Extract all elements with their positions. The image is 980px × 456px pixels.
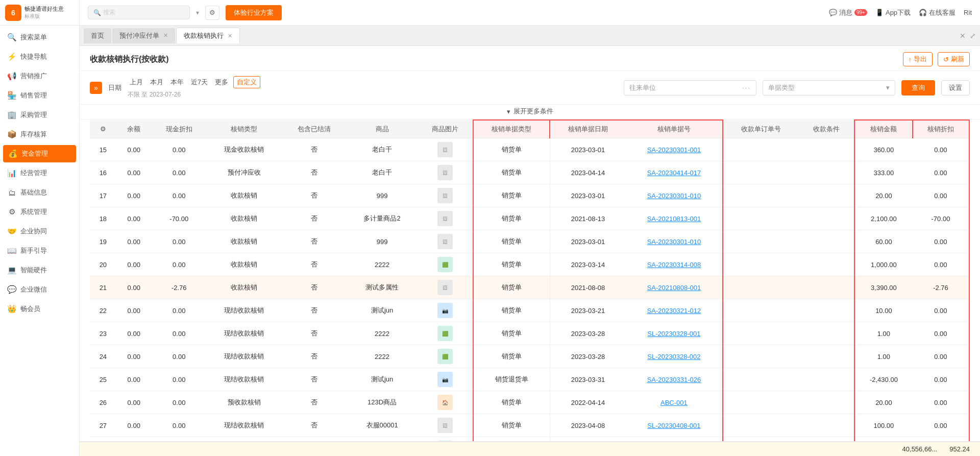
cell-bill-report-no[interactable]: SA-20230414-017 xyxy=(626,161,723,184)
refresh-btn[interactable]: ↺ 刷新 xyxy=(938,52,970,66)
th-settings[interactable]: ⚙ xyxy=(90,120,116,138)
refresh-icon: ↺ xyxy=(943,56,949,63)
cell-cash-discount: -70.00 xyxy=(152,207,207,230)
purchase-icon: 🏢 xyxy=(7,110,16,119)
tabs-controls: ✕ ⤢ xyxy=(960,32,976,40)
sidebar-item-label: 销售管理 xyxy=(20,91,47,100)
export-btn[interactable]: ↑ 导出 xyxy=(903,52,933,66)
filter-expand-btn[interactable]: » xyxy=(90,82,102,94)
tab-prepay-close[interactable]: ✕ xyxy=(163,32,168,39)
topbar-search[interactable]: 🔍 搜索 xyxy=(88,6,190,19)
cell-balance: 0.00 xyxy=(116,414,152,437)
cell-bill-report-no[interactable]: SA-20210813-001 xyxy=(626,207,723,230)
cell-bill-report-date: 2023-03-21 xyxy=(550,299,626,322)
cell-write-off-discount: 0.00 xyxy=(913,230,969,253)
cell-bill-report-no[interactable]: SA-20230301-010 xyxy=(626,230,723,253)
product-img: 🖼 xyxy=(437,280,453,295)
sidebar-item-inventory[interactable]: 📦库存核算 xyxy=(0,125,79,144)
sidebar-item-basic[interactable]: 🗂基础信息 xyxy=(0,183,79,202)
cell-bill-report-no[interactable]: SA-20230301-010 xyxy=(626,184,723,207)
brand-sub: 标准版 xyxy=(24,13,64,20)
sidebar-item-finance[interactable]: 💰资金管理 xyxy=(3,145,76,162)
sidebar-item-label: 企业微信 xyxy=(20,285,47,294)
cell-balance: 0.00 xyxy=(116,276,152,299)
cell-id: 18 xyxy=(90,207,116,230)
query-btn[interactable]: 查询 xyxy=(901,80,935,95)
cell-bill-report-no[interactable]: SL-20230408-001 xyxy=(626,414,723,437)
cell-goods: 老白干 xyxy=(347,161,417,184)
settings-btn[interactable]: 设置 xyxy=(941,80,970,95)
tab-prepay-label: 预付冲应付单 xyxy=(119,31,159,40)
cell-bill-report-type: 销货单 xyxy=(473,184,550,207)
app-download-label: App下载 xyxy=(886,8,911,17)
cell-bill-report-no[interactable]: SA-20230314-008 xyxy=(626,253,723,276)
cell-bill-report-no[interactable]: SL-20230328-001 xyxy=(626,322,723,345)
cell-goods-img: 📷 xyxy=(418,368,474,391)
message-btn[interactable]: 💬 消息 99+ xyxy=(829,8,867,17)
expand-more-btn[interactable]: ▾ 展开更多条件 xyxy=(90,107,970,116)
cell-receipt-order-no xyxy=(723,299,799,322)
online-service-btn[interactable]: 🎧 在线客服 xyxy=(919,8,955,17)
cell-write-off-type: 预收款核销 xyxy=(207,391,282,414)
cell-bill-report-no[interactable]: ABC-001 xyxy=(626,391,723,414)
topbar-dropdown-arrow[interactable]: ▾ xyxy=(196,9,199,16)
cell-cash-discount: 0.00 xyxy=(152,299,207,322)
sidebar-item-sales[interactable]: 🏪销售管理 xyxy=(0,86,79,105)
date-last-month[interactable]: 上月 xyxy=(128,77,145,88)
cell-included-settled: 否 xyxy=(282,437,347,442)
cell-write-off-amount: 60.00 xyxy=(854,230,913,253)
date-this-year[interactable]: 本年 xyxy=(168,77,186,88)
cell-bill-report-no[interactable]: SA-20210808-001 xyxy=(626,276,723,299)
product-img: 📷 xyxy=(437,372,453,387)
sidebar-item-enterprise[interactable]: 🤝企业协同 xyxy=(0,222,79,241)
user-name[interactable]: Rit xyxy=(964,9,972,16)
date-7days[interactable]: 近7天 xyxy=(189,77,210,88)
search-placeholder: 搜索 xyxy=(103,8,115,17)
tab-receipt[interactable]: 收款核销执行 ✕ xyxy=(176,28,240,43)
topbar: 🔍 搜索 ▾ ⚙ 体验行业方案 💬 消息 99+ 📱 App下载 🎧 在线客服 … xyxy=(80,0,980,26)
sidebar-item-hardware[interactable]: 💻智能硬件 xyxy=(0,260,79,280)
date-this-month[interactable]: 本月 xyxy=(148,77,165,88)
sidebar-item-member[interactable]: 👑畅会员 xyxy=(0,299,79,319)
app-download-btn[interactable]: 📱 App下载 xyxy=(875,8,911,17)
tab-maximize-btn[interactable]: ⤢ xyxy=(970,32,976,40)
partner-select[interactable]: 往来单位 ··· xyxy=(624,80,756,95)
cell-receipt-cond xyxy=(798,138,854,161)
cell-bill-report-no[interactable]: SL-20230418-001 xyxy=(626,437,723,442)
date-custom[interactable]: 自定义 xyxy=(233,76,260,88)
product-img: 🖼 xyxy=(437,418,453,433)
cell-goods-img: 🟩 xyxy=(418,253,474,276)
cell-bill-report-no[interactable]: SA-20230321-012 xyxy=(626,299,723,322)
cell-id: 15 xyxy=(90,138,116,161)
date-more[interactable]: 更多 xyxy=(213,77,230,88)
gear-icon: ⚙ xyxy=(209,9,215,16)
sidebar-item-wechat[interactable]: 💬企业微信 xyxy=(0,280,79,299)
cell-bill-report-no[interactable]: SL-20230328-002 xyxy=(626,345,723,368)
cell-bill-report-date: 2021-08-13 xyxy=(550,207,626,230)
bill-type-select[interactable]: 单据类型 ▾ xyxy=(763,80,895,95)
sidebar-item-business[interactable]: 📊经营管理 xyxy=(0,163,79,183)
cell-cash-discount: 0.00 xyxy=(152,253,207,276)
industry-solution-btn[interactable]: 体验行业方案 xyxy=(226,5,282,20)
th-cash-discount: 现金折扣 xyxy=(152,120,207,138)
sidebar-logo: 6 畅捷通谱好生意 标准版 xyxy=(0,0,79,26)
cell-write-off-type: 预付冲应收 xyxy=(207,161,282,184)
cell-bill-report-no[interactable]: SA-20230301-001 xyxy=(626,138,723,161)
cell-receipt-order-no xyxy=(723,207,799,230)
cell-receipt-order-no xyxy=(723,368,799,391)
sidebar-item-purchase[interactable]: 🏢采购管理 xyxy=(0,105,79,125)
message-count: 99+ xyxy=(854,9,867,16)
sidebar-item-marketing[interactable]: 📢营销推广 xyxy=(0,66,79,86)
sidebar-item-system[interactable]: ⚙系统管理 xyxy=(0,202,79,222)
cell-goods: 老白干 xyxy=(347,138,417,161)
tab-close-all-btn[interactable]: ✕ xyxy=(960,32,966,40)
topbar-settings-btn[interactable]: ⚙ xyxy=(205,6,219,20)
sidebar-item-quick-nav[interactable]: ⚡快捷导航 xyxy=(0,47,79,66)
tab-receipt-close[interactable]: ✕ xyxy=(228,33,232,39)
tab-home[interactable]: 首页 xyxy=(84,28,111,43)
sidebar-item-search[interactable]: 🔍搜索菜单 xyxy=(0,28,79,47)
tab-prepay[interactable]: 预付冲应付单 ✕ xyxy=(112,28,175,43)
cell-goods: 2222 xyxy=(347,253,417,276)
sidebar-item-guide[interactable]: 📖新手引导 xyxy=(0,241,79,260)
cell-bill-report-no[interactable]: SA-20230331-026 xyxy=(626,368,723,391)
